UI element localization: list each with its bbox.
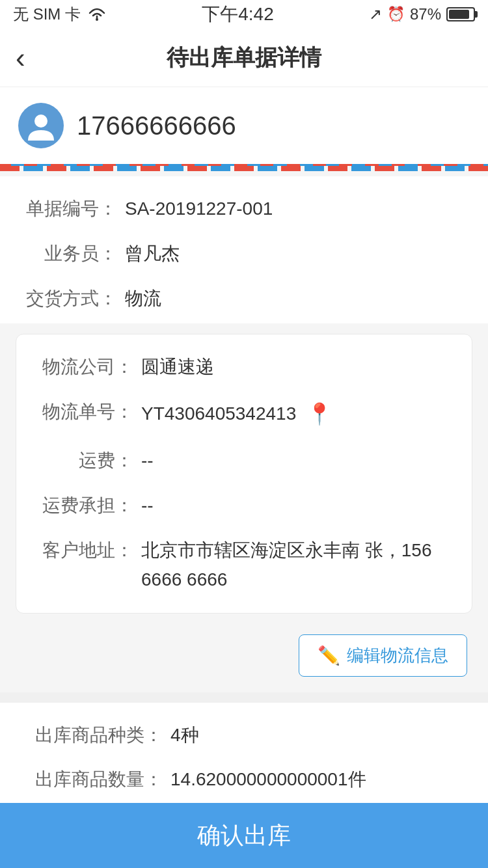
delivery-method-label: 交货方式： (21, 284, 125, 314)
goods-types-label: 出库商品种类： (21, 721, 170, 750)
goods-quantity-row: 出库商品数量： 14.620000000000001件 (21, 765, 467, 794)
tracking-no-text: YT4306405342413 (141, 400, 296, 429)
status-right: ↗ ⏰ 87% (369, 5, 475, 23)
time-text: 下午4:42 (202, 2, 274, 27)
confirm-outbound-button[interactable]: 确认出库 (197, 820, 291, 852)
svg-point-0 (96, 18, 98, 21)
address-label: 客户地址： (37, 536, 141, 565)
customer-header: 17666666666 (0, 87, 488, 166)
goods-types-value: 4种 (170, 721, 467, 750)
freight-bearer-value: -- (141, 491, 451, 521)
address-value: 北京市市辖区海淀区永丰南 张，156 6666 6666 (141, 536, 451, 595)
edit-btn-label: 编辑物流信息 (347, 644, 448, 667)
delivery-method-value: 物流 (125, 284, 467, 314)
dashed-divider (0, 166, 488, 171)
freight-bearer-label: 运费承担： (37, 491, 141, 521)
freight-bearer-row: 运费承担： -- (37, 491, 451, 521)
freight-label: 运费： (37, 446, 141, 476)
back-icon: ‹ (16, 42, 25, 74)
logistics-section: 物流公司： 圆通速递 物流单号： YT4306405342413 📍 运费： -… (16, 334, 472, 613)
logistics-company-row: 物流公司： 圆通速递 (37, 353, 451, 382)
edit-icon: ✏️ (318, 645, 340, 666)
battery-percent: 87% (410, 5, 441, 23)
basic-info-section: 单据编号： SA-20191227-001 业务员： 曾凡杰 交货方式： 物流 (0, 176, 488, 323)
map-pin-icon[interactable]: 📍 (306, 398, 332, 431)
tracking-no-row: 物流单号： YT4306405342413 📍 (37, 398, 451, 431)
location-icon: ↗ (369, 5, 382, 23)
confirm-btn-wrapper: 确认出库 (0, 803, 488, 868)
status-bar: 无 SIM 卡 下午4:42 ↗ ⏰ 87% (0, 0, 488, 29)
avatar (18, 103, 64, 148)
freight-row: 运费： -- (37, 446, 451, 476)
battery-fill (449, 10, 469, 19)
address-row: 客户地址： 北京市市辖区海淀区永丰南 张，156 6666 6666 (37, 536, 451, 595)
goods-quantity-label: 出库商品数量： (21, 765, 170, 794)
goods-quantity-value: 14.620000000000001件 (170, 765, 467, 794)
battery-icon (446, 7, 475, 21)
sales-person-value: 曾凡杰 (125, 239, 467, 269)
doc-no-row: 单据编号： SA-20191227-001 (21, 195, 467, 224)
alarm-icon: ⏰ (387, 6, 405, 23)
section-divider-1 (0, 692, 488, 703)
logistics-company-value: 圆通速递 (141, 353, 451, 382)
edit-logistics-button[interactable]: ✏️ 编辑物流信息 (299, 634, 467, 677)
svg-point-1 (34, 115, 47, 128)
back-button[interactable]: ‹ (16, 42, 25, 74)
customer-phone: 17666666666 (77, 111, 236, 141)
doc-no-value: SA-20191227-001 (125, 195, 467, 224)
doc-no-label: 单据编号： (21, 195, 125, 224)
status-left: 无 SIM 卡 (13, 4, 107, 25)
delivery-method-row: 交货方式： 物流 (21, 284, 467, 314)
page-title: 待出库单据详情 (167, 43, 321, 73)
edit-btn-wrapper: ✏️ 编辑物流信息 (0, 624, 488, 692)
goods-section: 出库商品种类： 4种 出库商品数量： 14.620000000000001件 (0, 703, 488, 813)
nav-bar: ‹ 待出库单据详情 (0, 29, 488, 87)
user-icon (25, 109, 57, 142)
wifi-icon (87, 7, 107, 21)
tracking-no-label: 物流单号： (37, 398, 141, 427)
sales-person-row: 业务员： 曾凡杰 (21, 239, 467, 269)
freight-value: -- (141, 446, 451, 476)
goods-types-row: 出库商品种类： 4种 (21, 721, 467, 750)
logistics-company-label: 物流公司： (37, 353, 141, 382)
sales-person-label: 业务员： (21, 239, 125, 269)
tracking-no-value-wrapper: YT4306405342413 📍 (141, 398, 451, 431)
carrier-text: 无 SIM 卡 (13, 4, 81, 25)
